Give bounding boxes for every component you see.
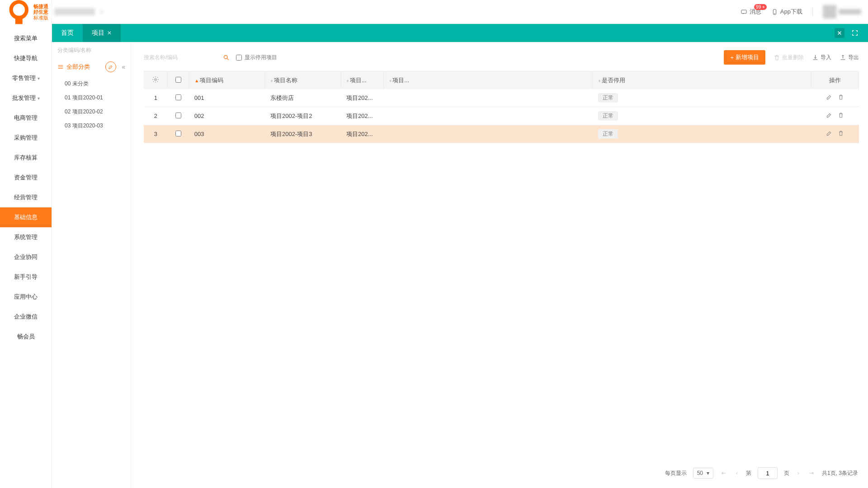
caret-icon: ▾ [38, 96, 40, 101]
batch-delete-button[interactable]: 批量删除 [774, 54, 804, 61]
show-disabled-input[interactable] [236, 55, 242, 61]
col-prj2[interactable]: ♦项目... [384, 71, 593, 89]
col-name[interactable]: ♦项目名称 [265, 71, 341, 89]
table-row[interactable]: 3 003 项目2002-项目3 项目202... 正常 [144, 125, 859, 143]
sidebar-item-label: 批发管理 [12, 94, 36, 102]
tab-close-icon[interactable]: ✕ [107, 30, 112, 36]
category-item-3[interactable]: 03 项目2020-03 [52, 119, 131, 133]
row-ops [811, 89, 859, 107]
tab-1[interactable]: 项目✕ [83, 24, 121, 42]
sidebar-item-5[interactable]: 采购管理 [0, 128, 52, 148]
svg-rect-0 [741, 10, 746, 14]
company-dropdown[interactable]: ▾ [54, 8, 104, 15]
category-root-label: 全部分类 [66, 63, 90, 71]
app-download-button[interactable]: App下载 [771, 8, 802, 16]
sidebar-item-1[interactable]: 快捷导航 [0, 48, 52, 68]
sidebar-item-13[interactable]: 应用中心 [0, 287, 52, 307]
avatar [823, 5, 836, 19]
fullscreen-button[interactable] [850, 28, 860, 38]
row-ops [811, 125, 859, 143]
row-name: 东楼街店 [265, 89, 341, 107]
row-index: 2 [144, 107, 168, 125]
brand-icon [5, 0, 33, 26]
sidebar-item-3[interactable]: 批发管理▾ [0, 88, 52, 108]
row-delete-button[interactable] [838, 112, 844, 120]
per-page-label: 每页显示 [665, 469, 687, 477]
category-root[interactable]: 全部分类 « [52, 58, 131, 76]
import-icon [812, 54, 819, 61]
import-button[interactable]: 导入 [812, 54, 831, 61]
row-checkbox[interactable] [175, 131, 181, 136]
per-page-select[interactable]: 50 ▾ [693, 468, 713, 479]
sidebar-item-label: 零售管理 [12, 74, 36, 82]
brand-name-top: 畅捷通好生意 [33, 4, 52, 14]
svg-point-5 [155, 79, 156, 80]
category-search-input[interactable] [57, 47, 125, 53]
table-row[interactable]: 1 001 东楼街店 项目202... 正常 [144, 89, 859, 107]
col-code[interactable]: ▲项目编码 [189, 71, 265, 89]
toolbar-search-input[interactable] [144, 52, 223, 62]
page-summary: 共1页, 3条记录 [822, 469, 858, 477]
sidebar-item-11[interactable]: 企业协同 [0, 247, 52, 267]
page-input[interactable] [758, 467, 778, 479]
user-area[interactable] [823, 5, 861, 19]
category-item-2[interactable]: 02 项目2020-02 [52, 105, 131, 119]
sidebar-item-12[interactable]: 新手引导 [0, 267, 52, 287]
sidebar-item-7[interactable]: 资金管理 [0, 168, 52, 188]
toolbar: 显示停用项目 + 新增项目 批量删除 导入 导出 [144, 50, 859, 65]
collapse-panel-button[interactable]: « [122, 63, 125, 70]
sidebar-item-label: 经营管理 [14, 193, 38, 202]
sidebar-item-2[interactable]: 零售管理▾ [0, 68, 52, 88]
export-button[interactable]: 导出 [840, 54, 859, 61]
sidebar-item-0[interactable]: 搜索菜单 [0, 28, 52, 48]
sidebar-item-4[interactable]: 电商管理 [0, 108, 52, 128]
expand-icon [851, 29, 859, 37]
category-panel: 全部分类 « 00 未分类01 项目2020-0102 项目2020-0203 … [52, 42, 131, 488]
messages-button[interactable]: 消息 99 + [741, 8, 761, 16]
tab-0[interactable]: 首页 [52, 24, 83, 42]
col-status[interactable]: ♦是否停用 [593, 71, 811, 89]
row-delete-button[interactable] [838, 94, 844, 102]
sidebar-item-6[interactable]: 库存核算 [0, 148, 52, 168]
category-edit-button[interactable] [105, 61, 116, 72]
col-checkbox[interactable] [168, 71, 189, 89]
row-checkbox[interactable] [175, 94, 181, 100]
page-next[interactable]: › [796, 469, 801, 477]
select-all-input[interactable] [175, 77, 181, 83]
sidebar-item-9[interactable]: 基础信息 [0, 207, 52, 227]
sidebar-item-label: 基础信息 [14, 213, 38, 221]
category-item-0[interactable]: 00 未分类 [52, 77, 131, 91]
edit-icon [108, 64, 113, 70]
row-checkbox[interactable] [175, 113, 181, 118]
row-checkbox-cell [168, 89, 189, 107]
add-button[interactable]: + 新增项目 [724, 50, 765, 65]
sidebar-item-label: 库存核算 [14, 154, 38, 162]
category-item-1[interactable]: 01 项目2020-01 [52, 91, 131, 105]
row-edit-button[interactable] [826, 112, 832, 120]
show-disabled-checkbox[interactable]: 显示停用项目 [236, 54, 277, 61]
row-edit-button[interactable] [826, 94, 832, 102]
search-icon[interactable] [223, 54, 230, 61]
page-prev[interactable]: ‹ [734, 469, 740, 477]
col-gear[interactable] [144, 71, 168, 89]
row-prj2 [384, 125, 593, 143]
page-first[interactable]: ⇤ [720, 469, 728, 477]
row-edit-button[interactable] [826, 130, 832, 138]
table-row[interactable]: 2 002 项目2002-项目2 项目202... 正常 [144, 107, 859, 125]
col-prj1[interactable]: ♦项目... [341, 71, 384, 89]
row-delete-button[interactable] [838, 130, 844, 138]
sidebar-item-8[interactable]: 经营管理 [0, 188, 52, 207]
sidebar-item-10[interactable]: 系统管理 [0, 227, 52, 247]
messages-badge: 99 + [754, 4, 767, 10]
row-prj1: 项目202... [341, 89, 384, 107]
batch-delete-label: 批量删除 [782, 54, 804, 61]
sidebar-item-label: 企业微信 [14, 313, 38, 321]
sidebar-item-15[interactable]: 畅会员 [0, 327, 52, 347]
close-icon [837, 30, 842, 36]
row-prj1: 项目202... [341, 125, 384, 143]
page-last[interactable]: ⇥ [807, 469, 816, 477]
per-page-value: 50 [697, 470, 703, 476]
tabs-close-all[interactable] [835, 28, 844, 38]
tab-label: 首页 [61, 29, 74, 37]
sidebar-item-14[interactable]: 企业微信 [0, 307, 52, 327]
